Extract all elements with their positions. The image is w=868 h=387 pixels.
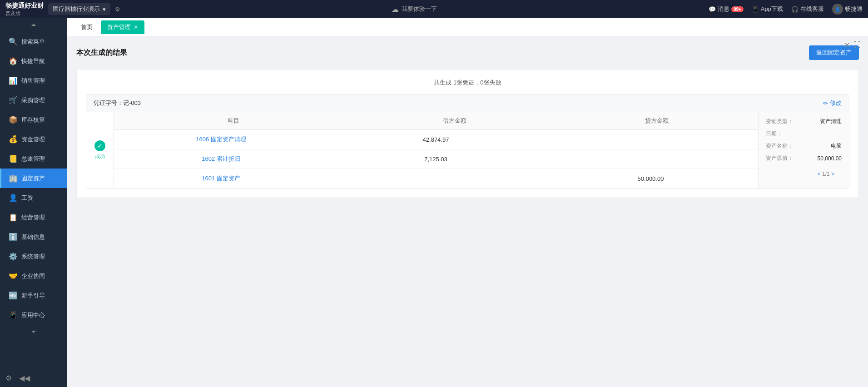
main-layout: 🔍 搜索菜单 🏠 快捷导航 📊 销售管理 🛒 采购管理 📦 库存核算 💰 资金管… [0,18,868,387]
message-icon: 💬 [709,6,716,13]
collapse-icon[interactable]: ◀◀ [19,374,30,382]
settings-bottom-icon[interactable]: ⚙ [5,374,12,382]
row1-credit [543,134,758,145]
app-download-btn[interactable]: 📱 App下载 [752,5,783,13]
header-left: 畅捷通好业财 普及版 医疗器械行业演示 ▾ ⚙ [5,2,120,17]
sidebar-item-inventory[interactable]: 📦 库存核算 [0,110,67,129]
handshake-icon: 🤝 [9,272,17,280]
pagination: < 1/1 > [766,167,842,181]
phone-icon: 📱 [9,311,17,319]
header-debit: 借方金额 [353,112,556,129]
sidebar-label-enterprise: 企业协同 [21,272,45,280]
sidebar-item-finance[interactable]: 💰 资金管理 [0,129,67,149]
tab-home-label: 首页 [81,23,93,31]
online-service-btn[interactable]: 🎧 在线客服 [791,5,824,13]
close-panel-btn[interactable]: ✕ [844,41,850,50]
voucher-table-area: ✓ 成功 科目 借方金额 贷方金额 [86,112,758,188]
sidebar-item-ledger[interactable]: 📒 总账管理 [0,149,67,169]
user-menu[interactable]: 👤 畅捷通 [832,4,863,15]
original-value-row: 资产原值： 50,000.00 [766,154,842,162]
page-next[interactable]: > [831,171,834,177]
sidebar-label-base-info: 基础信息 [21,233,45,241]
asset-name-value: 电脑 [831,142,842,150]
success-label: 成功 [95,153,105,160]
messages-label: 消息 [718,5,729,13]
voucher-table: 科目 借方金额 贷方金额 1606 固定资产清理 42,874.97 [114,112,758,188]
sidebar-label-ledger: 总账管理 [21,155,45,163]
page-prev[interactable]: < [818,171,821,177]
try-btn[interactable]: 我要体验一下 [402,5,437,13]
voucher-edit-btn[interactable]: ✏ 修改 [823,99,842,107]
user-icon: 👤 [9,194,17,202]
date-label: 日期： [766,130,782,138]
page-title-row: 本次生成的结果 返回固定资产 [76,45,859,60]
original-value-label: 资产原值： [766,154,793,162]
avatar: 👤 [832,4,843,15]
sidebar-label-quick-nav: 快捷导航 [21,57,45,65]
sidebar-label-inventory: 库存核算 [21,116,45,124]
header-subject: 科目 [114,112,353,129]
logo-main: 畅捷通好业财 [5,2,44,10]
sidebar-item-system[interactable]: ⚙️ 系统管理 [0,247,67,266]
table-row: 1602 累计折旧 7,125.03 [114,149,758,169]
row2-credit [543,154,758,164]
sidebar-item-app-center[interactable]: 📱 应用中心 [0,305,67,325]
tab-asset-management[interactable]: 资产管理 ✕ [101,20,144,34]
date-row: 日期： [766,130,842,138]
sidebar-item-search-menu[interactable]: 🔍 搜索菜单 [0,32,67,51]
sidebar-scroll-down[interactable] [0,325,67,338]
content-area: 首页 资产管理 ✕ 本次生成的结果 返回固定资产 共生成 1张凭证，0张失败 凭… [67,18,868,387]
sidebar-label-guide: 新手引导 [21,292,45,300]
edit-label: 修改 [830,99,842,107]
messages-btn[interactable]: 💬 消息 99+ [709,5,744,13]
tab-close-icon[interactable]: ✕ [134,24,138,30]
sidebar-item-guide[interactable]: 🆕 新手引导 [0,286,67,305]
edit-icon: ✏ [823,100,828,107]
success-icon: ✓ [94,140,105,151]
side-info-panel: 变动类型： 资产清理 日期： 资产名称： 电脑 [758,112,849,188]
row3-credit: 50,000.00 [543,170,758,188]
company-selector[interactable]: 医疗器械行业演示 ▾ [48,3,110,15]
sidebar-label-operations: 经营管理 [21,213,45,222]
row3-debit [328,173,543,184]
ledger-icon: 📒 [9,154,17,163]
sidebar-item-payroll[interactable]: 👤 工资 [0,188,67,208]
gear-icon: ⚙️ [9,252,17,261]
sidebar-item-base-info[interactable]: ℹ️ 基础信息 [0,227,67,247]
asset-name-label: 资产名称： [766,142,793,150]
sidebar-label-sales: 销售管理 [21,77,45,85]
row1-debit: 42,874.97 [328,131,543,149]
sidebar-label-system: 系统管理 [21,253,45,261]
tab-home[interactable]: 首页 [74,20,99,34]
asset-name-row: 资产名称： 电脑 [766,142,842,150]
change-type-value: 资产清理 [820,118,842,125]
sidebar-scroll-up[interactable] [0,18,67,32]
settings-icon[interactable]: ⚙ [115,6,120,13]
sidebar-bottom: ⚙ ◀◀ [0,369,67,387]
sidebar-item-purchase[interactable]: 🛒 采购管理 [0,90,67,110]
original-value-value: 50,000.00 [818,155,842,162]
logo: 畅捷通好业财 普及版 [5,2,44,17]
sidebar-item-enterprise[interactable]: 🤝 企业协同 [0,266,67,286]
table-row: 1606 固定资产清理 42,874.97 [114,130,758,149]
sidebar-item-operations[interactable]: 📋 经营管理 [0,208,67,227]
chevron-down-icon: ▾ [103,6,106,13]
table-row: 1601 固定资产 50,000.00 [114,169,758,188]
new-icon: 🆕 [9,291,17,300]
messages-badge: 99+ [731,6,744,12]
row2-subject: 1602 累计折旧 [114,149,328,169]
sidebar-item-quick-nav[interactable]: 🏠 快捷导航 [0,51,67,71]
voucher-section: 凭证字号：记-003 ✏ 修改 ✓ 成功 [86,94,849,189]
result-panel: 共生成 1张凭证，0张失败 凭证字号：记-003 ✏ 修改 [76,69,859,198]
sidebar-item-fixed-assets[interactable]: 🏢 固定资产 [0,169,67,188]
online-service-label: 在线客服 [800,5,824,13]
sidebar-item-sales[interactable]: 📊 销售管理 [0,71,67,90]
header-credit: 贷方金额 [556,112,758,129]
home-icon: 🏠 [9,57,17,65]
header-right: 💬 消息 99+ 📱 App下载 🎧 在线客服 👤 畅捷通 [709,4,863,15]
expand-panel-btn[interactable]: ⛶ [853,41,861,50]
result-summary: 共生成 1张凭证，0张失败 [86,79,849,87]
logo-sub: 普及版 [5,10,44,17]
app-download-label: App下载 [761,5,783,13]
top-header: 畅捷通好业财 普及版 医疗器械行业演示 ▾ ⚙ ☁ 我要体验一下 💬 消息 99… [0,0,868,18]
